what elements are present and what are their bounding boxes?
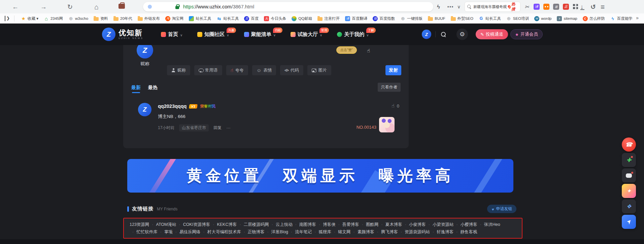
ad-banner[interactable]: 黄金位置 双端显示 曝光率高 bbox=[127, 159, 513, 193]
bookmark-item[interactable]: 资料 bbox=[91, 14, 111, 23]
editor-tool-button[interactable]: 夸夸 bbox=[226, 65, 248, 75]
more-extensions-icon[interactable] bbox=[447, 4, 453, 10]
bookmark-item[interactable]: 百 百度 bbox=[241, 14, 261, 23]
gear-icon[interactable] bbox=[456, 29, 468, 40]
friend-link[interactable]: KEKC博客 bbox=[210, 221, 237, 228]
friend-link[interactable]: 流年笔记 bbox=[288, 228, 312, 236]
reload-button[interactable] bbox=[67, 4, 73, 10]
friend-link[interactable]: 素颜博客 bbox=[351, 228, 374, 236]
editor-tool-button[interactable]: 代码 bbox=[280, 65, 303, 75]
nav-item[interactable]: 首页 bbox=[161, 31, 184, 38]
shop-icon[interactable]: 店 bbox=[563, 4, 569, 10]
bookmark-item[interactable]: w3scho bbox=[66, 14, 91, 23]
address-bar[interactable]: https://www.uzhix.com/3867.html bbox=[143, 2, 433, 11]
friend-link[interactable]: 张洪Heo bbox=[477, 221, 500, 228]
reply-button[interactable]: 回复 bbox=[213, 125, 222, 131]
editor-tool-button[interactable]: 表情 bbox=[252, 65, 276, 75]
float-button-top[interactable]: ➤ bbox=[622, 215, 636, 229]
editor-tool-button[interactable]: 常用语 bbox=[194, 65, 222, 75]
bookmarks-overflow[interactable]: » bbox=[636, 15, 639, 21]
friend-link[interactable]: 忙忙软件库 bbox=[130, 228, 158, 236]
bookmark-item[interactable]: s sitemap bbox=[554, 14, 580, 23]
floor-avatar-image[interactable] bbox=[379, 117, 395, 132]
float-button-message[interactable] bbox=[622, 168, 636, 182]
chevron-down-icon[interactable] bbox=[457, 4, 461, 9]
nav-item[interactable]: 知圈社区 兴趣 bbox=[197, 31, 230, 38]
bookmark-item[interactable]: 指 百度指数 bbox=[370, 14, 398, 23]
friend-link[interactable]: 小俊博客 bbox=[402, 221, 426, 228]
bookmark-item[interactable]: 站长工具 bbox=[186, 14, 214, 23]
friend-link[interactable]: 猪文网 bbox=[331, 228, 351, 236]
submit-post-button[interactable]: 投稿通道 bbox=[476, 29, 508, 39]
bookmark-item[interactable]: C 怎么样防 bbox=[580, 14, 608, 23]
bookmark-item[interactable]: 站长工具 bbox=[214, 14, 241, 23]
forward-button[interactable] bbox=[40, 4, 47, 10]
bookmark-item[interactable]: 注意打开 bbox=[315, 14, 342, 23]
friend-link[interactable]: 洋葱Blog bbox=[265, 228, 288, 236]
friend-link[interactable]: 二层楼源码网 bbox=[237, 221, 269, 228]
bookmark-item[interactable]: 站长工具 bbox=[476, 14, 504, 23]
download-icon[interactable] bbox=[580, 4, 584, 10]
send-button[interactable]: 发射 bbox=[385, 65, 401, 75]
friend-link[interactable]: 易佳乐网络 bbox=[173, 228, 201, 236]
tab-newest[interactable]: 最新 bbox=[131, 85, 141, 91]
friend-link[interactable]: 夏木博客 bbox=[378, 221, 402, 228]
nav-item[interactable]: 试验大厅 暂用 bbox=[291, 31, 324, 38]
flash-icon[interactable] bbox=[437, 4, 440, 10]
friend-link[interactable]: 博客侠 bbox=[316, 221, 336, 228]
nav-item[interactable]: 聚能清单 功能 bbox=[244, 31, 277, 38]
comment-username[interactable]: qq2023qqqq bbox=[158, 104, 187, 109]
sidebar-toggle-icon[interactable] bbox=[5, 16, 10, 21]
apps-grid-icon[interactable] bbox=[573, 4, 579, 10]
friend-link[interactable]: 腾飞博客 bbox=[374, 228, 398, 236]
comment-avatar[interactable]: Z bbox=[138, 103, 151, 116]
bookmark-item[interactable]: 头 今日头条 bbox=[261, 14, 289, 23]
friend-link[interactable]: 村大哥编程技术库 bbox=[201, 228, 241, 236]
friend-link[interactable]: 123资源网 bbox=[130, 221, 149, 228]
bookmark-item[interactable]: 外链发布 bbox=[135, 14, 163, 23]
bookmark-item[interactable]: 译 百度翻译 bbox=[342, 14, 370, 23]
float-button-service[interactable]: ☎ bbox=[622, 137, 636, 152]
friend-link[interactable]: 狐狸库 bbox=[312, 228, 331, 236]
friend-link[interactable]: 资源袋源码站 bbox=[398, 228, 430, 236]
friend-link[interactable]: 轩逸博客 bbox=[430, 228, 453, 236]
friend-link[interactable]: ATOM漫站 bbox=[149, 221, 176, 228]
bookmark-item[interactable]: QQ邮箱 bbox=[289, 14, 315, 23]
user-avatar[interactable]: Z bbox=[422, 30, 431, 39]
bookmark-item[interactable]: BUUF bbox=[425, 14, 448, 23]
bookmark-item[interactable]: 外贸SEO bbox=[448, 14, 476, 23]
bookmark-item[interactable]: 一键排版 bbox=[398, 14, 425, 23]
editor-tool-button[interactable]: 昵称 bbox=[167, 65, 190, 75]
friend-link[interactable]: 图酷网 bbox=[359, 221, 379, 228]
back-button[interactable] bbox=[12, 4, 19, 10]
bookmark-item[interactable]: SEO培训 bbox=[504, 14, 532, 23]
bookmark-item[interactable]: W wordp bbox=[532, 14, 554, 23]
site-logo[interactable]: Z 优知新UZHIX NEWS bbox=[102, 28, 143, 41]
bookmark-item[interactable]: 20年代 bbox=[111, 14, 135, 23]
bookmark-item[interactable]: 百度能学 bbox=[608, 14, 635, 23]
apply-friend-link-button[interactable]: 申请友链 bbox=[487, 205, 516, 213]
hot-search-box[interactable]: 新疆现海市蜃楼奇观 热搜 bbox=[465, 2, 520, 12]
friend-link[interactable]: 小梁资源站 bbox=[426, 221, 454, 228]
author-only-button[interactable]: 只看作者 bbox=[378, 83, 401, 92]
friend-link[interactable]: 云上悦动 bbox=[269, 221, 293, 228]
float-button-add[interactable]: ✚ bbox=[622, 153, 636, 167]
translate-icon[interactable]: 译 bbox=[534, 4, 540, 10]
friend-link[interactable]: 南图博客 bbox=[293, 221, 316, 228]
friend-link[interactable]: 正物博客 bbox=[241, 228, 265, 236]
bookmark-item[interactable]: 2345网 bbox=[41, 14, 66, 23]
nav-item[interactable]: 关于我的 了解 bbox=[337, 31, 370, 38]
friend-link[interactable]: 小樱博客 bbox=[454, 221, 477, 228]
bookmark-item[interactable]: 收藏 ▾ bbox=[18, 14, 41, 23]
notebook-icon[interactable]: ≣ bbox=[553, 4, 559, 10]
undo-icon[interactable] bbox=[590, 4, 596, 10]
friend-link[interactable]: COKI资源博客 bbox=[176, 221, 210, 228]
screenshot-icon[interactable]: ✂ bbox=[524, 4, 530, 10]
more-actions-button[interactable]: ⋯ bbox=[226, 126, 231, 130]
ssl-lock-icon[interactable] bbox=[175, 6, 179, 9]
friend-link[interactable]: 掌项 bbox=[158, 228, 173, 236]
bookmark-item[interactable]: 淘 淘宝网 bbox=[163, 14, 187, 23]
menu-icon[interactable] bbox=[601, 3, 605, 10]
home-button[interactable] bbox=[94, 3, 99, 10]
like-button[interactable]: 0 bbox=[392, 103, 399, 109]
